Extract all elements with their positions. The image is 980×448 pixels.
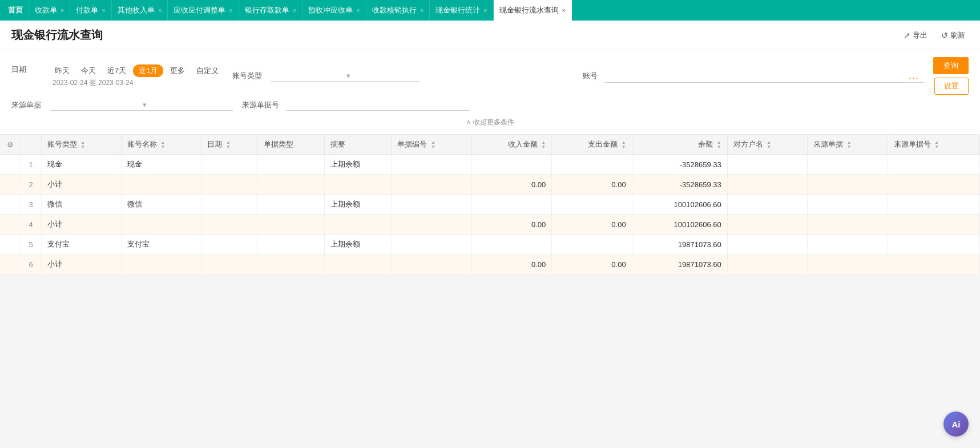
action-buttons: 查询 设置 — [933, 57, 969, 95]
nav-item-yushoudan[interactable]: 预收冲应收单 × — [303, 0, 366, 21]
row-source-doc-no-cell — [888, 255, 979, 275]
source-doc-select[interactable]: ▾ — [50, 99, 233, 111]
col-source-doc-no[interactable]: 来源单据号 ▲▼ — [888, 135, 979, 155]
nav-item-yinhangcunqu[interactable]: 银行存取款单 × — [239, 0, 303, 21]
sort-icon: ▲▼ — [847, 140, 852, 150]
account-ellipsis-btn[interactable]: ... — [906, 71, 922, 81]
nav-item-tongji[interactable]: 现金银行统计 × — [430, 0, 493, 21]
sort-icon: ▲▼ — [226, 140, 231, 150]
close-icon[interactable]: × — [102, 7, 105, 14]
col-counterparty[interactable]: 对方户名 ▲▼ — [727, 135, 807, 155]
col-account-name[interactable]: 账号名称 ▲▼ — [121, 135, 201, 155]
table-row: 1现金现金上期余额-3528659.33 — [0, 155, 980, 175]
row-settings-cell — [0, 195, 21, 215]
row-date-cell — [201, 235, 258, 255]
col-summary: 摘要 — [325, 135, 392, 155]
date-opt-7days[interactable]: 近7天 — [103, 64, 131, 77]
row-source-doc-no-cell — [888, 175, 979, 195]
row-source-doc-no-cell — [888, 155, 979, 175]
date-options: 昨天 今天 近7天 近1月 更多 自定义 2023-02-24 至 2023-0… — [50, 64, 223, 88]
sort-icon: ▲▼ — [934, 140, 939, 150]
row-doc-no-cell — [392, 155, 471, 175]
row-doc-no-cell — [392, 215, 471, 235]
close-icon[interactable]: × — [229, 7, 232, 14]
filter-row-1: 日期 昨天 今天 近7天 近1月 更多 自定义 2023-02-24 至 202… — [11, 57, 969, 95]
date-options-row: 昨天 今天 近7天 近1月 更多 自定义 — [50, 64, 223, 77]
close-icon[interactable]: × — [483, 7, 487, 14]
row-account-type-cell: 小计 — [41, 255, 121, 275]
sort-icon: ▲▼ — [161, 140, 166, 150]
settings-button[interactable]: 设置 — [934, 78, 969, 95]
nav-item-shoukuanzhixing[interactable]: 收款核销执行 × — [366, 0, 430, 21]
row-doc-type-cell — [258, 215, 325, 235]
row-account-type-cell: 小计 — [41, 215, 121, 235]
row-source-doc-no-cell — [888, 195, 979, 215]
col-balance[interactable]: 余额 ▲▼ — [632, 135, 727, 155]
row-settings-cell — [0, 155, 21, 175]
date-opt-1month[interactable]: 近1月 — [133, 64, 163, 77]
close-icon[interactable]: × — [293, 7, 296, 14]
sort-icon: ▲▼ — [431, 140, 435, 150]
col-settings[interactable]: ⚙ — [0, 135, 21, 155]
row-doc-type-cell — [258, 235, 325, 255]
table-row: 3微信微信上期余额100102606.60 — [0, 195, 980, 215]
row-counterparty-cell — [727, 215, 807, 235]
row-source-doc-no-cell — [888, 235, 979, 255]
row-num-cell: 4 — [21, 215, 41, 235]
col-income[interactable]: 收入金额 ▲▼ — [471, 135, 551, 155]
data-table: ⚙ 账号类型 ▲▼ 账号名称 ▲▼ 日期 ▲▼ 单据类型 摘 — [0, 135, 980, 275]
row-source-doc-cell — [808, 155, 888, 175]
nav-item-liushui[interactable]: 现金银行流水查询 × — [494, 0, 572, 21]
nav-item-qitashouru[interactable]: 其他收入单 × — [112, 0, 168, 21]
row-income-cell — [471, 235, 551, 255]
date-opt-today[interactable]: 今天 — [76, 64, 100, 77]
row-balance-cell: 19871073.60 — [632, 235, 727, 255]
table-header-row: ⚙ 账号类型 ▲▼ 账号名称 ▲▼ 日期 ▲▼ 单据类型 摘 — [0, 135, 980, 155]
refresh-button[interactable]: ↺ 刷新 — [938, 28, 969, 43]
nav-item-shoukuandan[interactable]: 收款单 × — [29, 0, 70, 21]
date-opt-more[interactable]: 更多 — [166, 64, 189, 77]
sort-icon: ▲▼ — [717, 140, 721, 150]
col-account-type[interactable]: 账号类型 ▲▼ — [41, 135, 121, 155]
date-opt-custom[interactable]: 自定义 — [192, 64, 223, 77]
row-source-doc-cell — [808, 235, 888, 255]
row-account-type-cell: 微信 — [41, 195, 121, 215]
close-icon[interactable]: × — [356, 7, 360, 14]
col-doc-no[interactable]: 单据编号 ▲▼ — [392, 135, 471, 155]
sort-icon: ▲▼ — [622, 140, 626, 150]
row-date-cell — [201, 155, 258, 175]
row-source-doc-cell — [808, 255, 888, 275]
nav-item-fukuandan[interactable]: 付款单 × — [70, 0, 111, 21]
close-icon[interactable]: × — [61, 7, 64, 14]
table-row: 5支付宝支付宝上期余额19871073.60 — [0, 235, 980, 255]
row-income-cell: 0.00 — [471, 215, 551, 235]
sort-icon: ▲▼ — [767, 140, 771, 150]
row-expense-cell: 0.00 — [552, 175, 632, 195]
nav-home[interactable]: 首页 — [2, 0, 29, 21]
date-opt-yesterday[interactable]: 昨天 — [50, 64, 74, 77]
row-settings-cell — [0, 175, 21, 195]
nav-item-yingshoutiaozheng[interactable]: 应收应付调整单 × — [168, 0, 239, 21]
collapse-bar[interactable]: ∧ 收起更多条件 — [11, 115, 969, 130]
account-type-select[interactable]: ▾ — [271, 70, 420, 82]
row-num-cell: 5 — [21, 235, 41, 255]
close-icon[interactable]: × — [562, 7, 566, 14]
row-account-name-cell: 支付宝 — [121, 235, 201, 255]
row-source-doc-cell — [808, 215, 888, 235]
row-balance-cell: -3528659.33 — [632, 155, 727, 175]
row-account-name-cell — [121, 215, 201, 235]
export-button[interactable]: ↗ 导出 — [900, 28, 931, 43]
col-expense[interactable]: 支出金额 ▲▼ — [552, 135, 632, 155]
close-icon[interactable]: × — [420, 7, 424, 14]
source-doc-no-input[interactable] — [287, 99, 469, 111]
row-account-name-cell — [121, 175, 201, 195]
refresh-icon: ↺ — [941, 31, 948, 40]
table-row: 4小计0.000.00100102606.60 — [0, 215, 980, 235]
row-doc-no-cell — [392, 195, 471, 215]
col-date[interactable]: 日期 ▲▼ — [201, 135, 258, 155]
col-source-doc[interactable]: 来源单据 ▲▼ — [808, 135, 888, 155]
close-icon[interactable]: × — [158, 7, 162, 14]
row-doc-type-cell — [258, 155, 325, 175]
row-account-name-cell — [121, 255, 201, 275]
query-button[interactable]: 查询 — [933, 57, 969, 74]
